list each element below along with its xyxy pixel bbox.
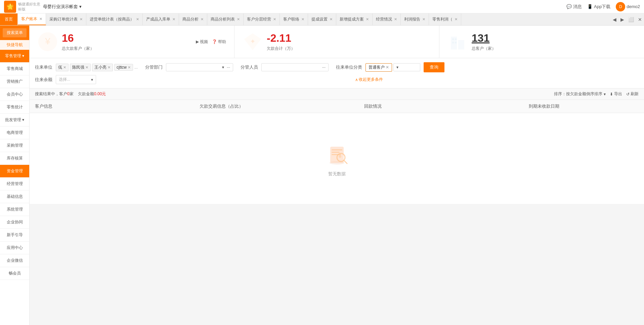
filter-tag-cjttcw-remove[interactable]: ✕ <box>128 65 131 70</box>
tab-retail-profit-close[interactable]: ✕ <box>455 17 458 22</box>
help-link[interactable]: ❓ 帮助 <box>212 39 226 45</box>
balance-input[interactable]: 选择... ▾ <box>56 75 96 84</box>
tab-customer-book-label: 客户账本 <box>21 16 37 22</box>
tab-operation[interactable]: 经营情况 ✕ <box>373 13 401 25</box>
tab-retail-profit-label: 零售利润（ <box>432 16 453 22</box>
sidebar-item-operation[interactable]: 经营管理 <box>0 178 29 190</box>
export-btn[interactable]: ⬇ 导出 <box>610 91 622 97</box>
tab-goods-analysis-list-close[interactable]: ✕ <box>237 17 240 22</box>
sidebar-item-new-guide[interactable]: 新手引导 <box>0 229 29 242</box>
coin-icon: ¥ <box>38 32 58 52</box>
tab-new-bonus-close[interactable]: ✕ <box>366 17 369 22</box>
chevron-down-icon: ▾ <box>79 4 82 9</box>
branch-person-select[interactable]: ··· <box>261 63 329 71</box>
empty-icon <box>324 140 350 167</box>
content-area: ¥ 16 总欠款客户（家） ▶ 视频 ❓ 帮助 <box>30 26 644 325</box>
sidebar-item-inventory[interactable]: 库存核算 <box>0 152 29 165</box>
tab-retail-profit[interactable]: 零售利润（ ✕ <box>429 13 461 25</box>
filter-tag-wa-remove[interactable]: ✕ <box>63 65 66 70</box>
tab-stock-in-close[interactable]: ✕ <box>136 17 139 22</box>
tab-profit-report-close[interactable]: ✕ <box>422 17 425 22</box>
sort-label: 排序：按欠款金额倒序排序 <box>554 91 602 97</box>
tab-goods-analysis[interactable]: 商品分析 ✕ <box>179 13 207 25</box>
tab-customer-segment-close[interactable]: ✕ <box>273 17 276 22</box>
unit-category-label: 往来单位分类 <box>336 64 362 70</box>
export-label: 导出 <box>614 91 622 97</box>
tab-goods-analysis-close[interactable]: ✕ <box>201 17 204 22</box>
tab-profit-report[interactable]: 利润报告 ✕ <box>401 13 429 25</box>
sidebar-item-app-center[interactable]: 应用中心 <box>0 242 29 254</box>
sidebar-item-retail-mgmt[interactable]: 零售管理 ▾ <box>0 50 29 63</box>
tab-close-all-icon[interactable]: ✕ <box>636 17 644 22</box>
tabbar-arrows: ◀ ▶ ⬜ ✕ <box>611 13 644 25</box>
tab-goods-analysis-list[interactable]: 商品分析列表 ✕ <box>207 13 244 25</box>
refresh-icon: ↺ <box>626 92 630 97</box>
tab-customer-contact-close[interactable]: ✕ <box>301 17 304 22</box>
tab-purchase-order[interactable]: 采购订单统计表 ✕ <box>46 13 86 25</box>
sidebar-item-retail-stats[interactable]: 零售统计 <box>0 101 29 114</box>
search-menu-btn[interactable]: 搜索菜单 <box>3 28 27 37</box>
unit-category-select[interactable]: ▾ <box>393 63 420 71</box>
query-button[interactable]: 查询 <box>424 62 444 72</box>
tab-customer-book[interactable]: 客户账本 ✕ <box>18 13 46 25</box>
message-btn[interactable]: 💬 消息 <box>566 4 582 10</box>
sidebar-item-marketing[interactable]: 营销推广 <box>0 75 29 88</box>
branch-dept-select[interactable]: ▾ ··· <box>166 63 233 71</box>
sidebar-quick-nav[interactable]: 快捷导航 <box>0 40 29 50</box>
tab-customer-book-close[interactable]: ✕ <box>39 17 42 21</box>
tab-product-in-close[interactable]: ✕ <box>172 17 175 22</box>
user-area[interactable]: D demo2 <box>616 2 640 11</box>
sidebar-item-retail-mall[interactable]: 零售商城 <box>0 63 29 75</box>
sidebar-item-member[interactable]: 畅会员 <box>0 267 29 280</box>
collapse-btn[interactable]: ∧ 收起更多条件 <box>355 77 383 82</box>
sidebar-item-ecommerce[interactable]: 电商管理 <box>0 127 29 139</box>
filter-tag-wangxiaoliang-remove[interactable]: ✕ <box>108 65 111 70</box>
video-label: 视频 <box>200 39 208 45</box>
sidebar-item-wechat[interactable]: 企业微信 <box>0 254 29 267</box>
video-link[interactable]: ▶ 视频 <box>196 39 208 45</box>
tab-product-in[interactable]: 产成品入库单 ✕ <box>143 13 179 25</box>
logo-title: 畅捷通好生意 <box>18 2 40 7</box>
tab-stock-in[interactable]: 进货单统计表（按商品） ✕ <box>86 13 143 25</box>
stat-overdue-amount: ✦ -2.11 欠款合计（万） <box>234 26 439 58</box>
tab-purchase-close[interactable]: ✕ <box>80 17 83 22</box>
tab-next-arrow[interactable]: ▶ <box>618 17 626 22</box>
tab-operation-close[interactable]: ✕ <box>394 17 397 22</box>
sidebar-item-enterprise[interactable]: 企业协同 <box>0 216 29 229</box>
tab-customer-contact[interactable]: 客户联络 ✕ <box>280 13 308 25</box>
tab-reminder-close[interactable]: ✕ <box>330 17 333 22</box>
tab-maximize-icon[interactable]: ⬜ <box>626 17 636 22</box>
sidebar-item-finance[interactable]: 资金管理 <box>0 165 29 178</box>
app-download-btn[interactable]: 📱 App下载 <box>587 4 610 10</box>
filter-row-1: 往来单位 佤 ✕ 陈民强 ✕ 王小亮 ✕ cjttcw <box>35 62 639 72</box>
sidebar-item-system[interactable]: 系统管理 <box>0 203 29 216</box>
sidebar-item-member-center[interactable]: 会员中心 <box>0 88 29 101</box>
tab-customer-segment[interactable]: 客户分层经营 ✕ <box>244 13 280 25</box>
tab-new-bonus[interactable]: 新增提成方案 ✕ <box>336 13 373 25</box>
building-icon <box>447 32 468 52</box>
unit-category-normal-remove[interactable]: ✕ <box>386 65 389 70</box>
sort-selector[interactable]: 排序：按欠款金额倒序排序 ▾ <box>554 91 606 97</box>
svg-line-15 <box>344 160 347 164</box>
tab-stock-in-label: 进货单统计表（按商品） <box>90 16 134 22</box>
sidebar-item-wholesale[interactable]: 批发管理 ▾ <box>0 114 29 127</box>
result-customer-count: 0 <box>67 92 70 96</box>
tab-goods-analysis-list-label: 商品分析列表 <box>211 16 235 22</box>
collapse-icon: ∧ <box>355 77 358 82</box>
sidebar-item-purchase[interactable]: 采购管理 <box>0 139 29 152</box>
account-dropdown[interactable]: 母婴行业演示帐套 ▾ <box>43 4 82 10</box>
balance-arrow: ▾ <box>91 77 93 82</box>
export-icon: ⬇ <box>610 92 613 97</box>
balance-filter-label: 往来余额 <box>35 77 52 83</box>
stat-total-customers: 131 总客户（家） <box>439 26 644 58</box>
tab-prev-arrow[interactable]: ◀ <box>611 17 618 22</box>
refresh-btn[interactable]: ↺ 刷新 <box>626 91 639 97</box>
filter-more-btn[interactable]: ... <box>134 65 138 70</box>
help-label: 帮助 <box>218 39 226 45</box>
tab-profit-report-label: 利润报告 <box>404 16 420 22</box>
tab-reminder[interactable]: 提成设置 ✕ <box>308 13 336 25</box>
tab-home[interactable]: 首页 <box>0 13 18 25</box>
filter-tag-chenminqiang-remove[interactable]: ✕ <box>85 65 88 70</box>
sidebar-item-basic-info[interactable]: 基础信息 <box>0 190 29 203</box>
business-unit-tags: 佤 ✕ 陈民强 ✕ 王小亮 ✕ cjttcw ✕ ... <box>56 64 138 71</box>
